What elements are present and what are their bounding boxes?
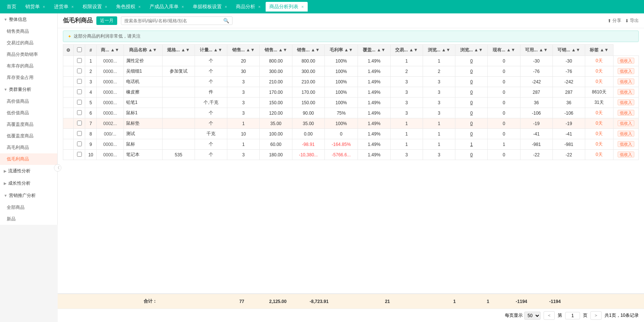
close-icon[interactable]: × (182, 4, 184, 9)
select-all-checkbox[interactable] (77, 47, 82, 52)
browse-link-cell[interactable]: 0 (455, 150, 488, 160)
nav-purchase[interactable]: 进货单 × (50, 2, 77, 12)
col-settings[interactable]: ⚙ (63, 45, 74, 56)
nav-role-auth[interactable]: 角色授权 × (112, 2, 144, 12)
gross-cell: 1.49% (358, 129, 390, 139)
sidebar-item-stock-capital[interactable]: 库存资金占用 (0, 72, 57, 83)
sidebar-group-label: 成长性分析 (8, 180, 31, 186)
settings-cell (63, 129, 74, 139)
nav-product-analysis-list[interactable]: 商品分析列表 × (266, 2, 307, 12)
browse-link-cell[interactable]: 0 (455, 77, 488, 87)
row-checkbox[interactable] (77, 110, 82, 115)
stock-cell: -76 (520, 66, 552, 77)
sidebar-item-low-gross[interactable]: 低毛利商品 (0, 153, 57, 165)
row-checkbox[interactable] (77, 68, 82, 73)
col-days[interactable]: 可销... ▲▼ (552, 45, 585, 56)
sidebar-item-in-stock[interactable]: 有库存的商品 (0, 60, 57, 72)
export-button[interactable]: ⬇ 导出 (625, 17, 639, 24)
sidebar-item-traded-products[interactable]: 交易过的商品 (0, 37, 57, 49)
sidebar-item-low-coverage[interactable]: 低覆盖度商品 (0, 130, 57, 142)
sidebar: ▼ 整体信息 销售类商品 交易过的商品 商品分类助销率 有库存的商品 库存资金占… (0, 13, 58, 225)
row-checkbox[interactable] (77, 152, 82, 157)
col-name[interactable]: 商品名称 ▲▼ (124, 45, 163, 56)
col-stock[interactable]: 现有... ▲▼ (488, 45, 520, 56)
sidebar-item-high-coverage[interactable]: 高覆盖度商品 (0, 119, 57, 130)
col-qty[interactable]: 销售... ▲▼ (227, 45, 260, 56)
next-page-button[interactable]: ＞ (590, 311, 602, 320)
sidebar-group-cluster[interactable]: ▼ 类群量分析 (0, 83, 57, 96)
row-checkbox[interactable] (77, 100, 82, 105)
col-code[interactable]: 商... ▲▼ (96, 45, 124, 56)
nav-sales-order[interactable]: 销货单 × (22, 2, 49, 12)
close-icon[interactable]: × (71, 4, 74, 9)
row-checkbox[interactable] (77, 121, 82, 125)
col-amount[interactable]: 销售... ▲▼ (292, 45, 324, 56)
sidebar-group-overall[interactable]: ▼ 整体信息 (0, 13, 57, 26)
days-cell: 0天 (585, 139, 613, 150)
browse-link-cell[interactable]: 0 (455, 66, 488, 77)
sidebar-item-low-value[interactable]: 低价值商品 (0, 107, 57, 119)
col-spec[interactable]: 规格... ▲▼ (162, 45, 195, 56)
code-cell: 0000... (96, 150, 124, 160)
sidebar-group-marketing[interactable]: ▼ 营销推广分析 (0, 189, 57, 202)
time-filter-button[interactable]: 近一月 (96, 16, 117, 25)
col-trade[interactable]: 交易... ▲▼ (390, 45, 423, 56)
col-price[interactable]: 销售... ▲▼ (260, 45, 292, 56)
browse-link-cell[interactable]: 0 (455, 56, 488, 66)
nav-permissions[interactable]: 权限设置 × (79, 2, 111, 12)
row-checkbox[interactable] (77, 89, 82, 94)
nav-home[interactable]: 首页 (3, 2, 20, 12)
table-wrapper: ⚙ # 商... ▲▼ 商品名称 ▲▼ 规格... ▲▼ 计量... ▲▼ 销售… (58, 44, 644, 293)
browse-link-cell[interactable]: 0 (455, 87, 488, 98)
share-button[interactable]: ⬆ 分享 (608, 17, 621, 24)
col-unit[interactable]: 计量... ▲▼ (195, 45, 227, 56)
browse-cell: 0 (488, 56, 520, 66)
sidebar-item-sales-products[interactable]: 销售类商品 (0, 26, 57, 37)
per-page-selector: 每页显示 50 (505, 312, 541, 320)
col-checkbox-all[interactable] (74, 45, 85, 56)
close-icon[interactable]: × (258, 4, 260, 9)
close-icon[interactable]: × (138, 4, 141, 9)
qty-cell: 30 (227, 66, 260, 77)
tag-badge: 低收入 (618, 131, 634, 137)
browse-link-cell[interactable]: 0 (455, 98, 488, 108)
browse-link-cell[interactable]: 0 (455, 108, 488, 118)
sidebar-group-growth[interactable]: ▶ 成长性分析 (0, 177, 57, 189)
col-browse[interactable]: 浏览... ▲▼ (455, 45, 488, 56)
col-tags[interactable]: 标签 ▲▼ (585, 45, 613, 56)
sidebar-item-all-products[interactable]: 全部商品 (0, 202, 57, 213)
tags-cell: 低收入 (613, 108, 638, 118)
row-checkbox[interactable] (77, 131, 82, 136)
browse-link-cell[interactable]: 0 (455, 129, 488, 139)
page-number-input[interactable] (565, 312, 580, 319)
sidebar-item-high-value[interactable]: 高价值商品 (0, 96, 57, 107)
close-icon[interactable]: × (43, 4, 45, 9)
col-avail[interactable]: 可用... ▲▼ (520, 45, 552, 56)
close-icon[interactable]: × (225, 4, 227, 9)
settings-cell (63, 118, 74, 129)
nav-product-entry[interactable]: 产成品入库单 × (146, 2, 188, 12)
sidebar-item-high-gross[interactable]: 高毛利商品 (0, 142, 57, 153)
col-coverage[interactable]: 覆盖... ▲▼ (358, 45, 390, 56)
col-browse-link[interactable]: 浏览... ▲▼ (423, 45, 455, 56)
nav-template-settings[interactable]: 单据模板设置 × (189, 2, 231, 12)
sidebar-collapse-button[interactable]: 《 (54, 164, 61, 172)
row-checkbox[interactable] (77, 141, 82, 146)
close-icon[interactable]: × (301, 4, 304, 9)
col-gross[interactable]: 毛利率 ▲▼ (324, 45, 358, 56)
row-checkbox[interactable] (77, 58, 82, 63)
no-cell: 9 (85, 139, 96, 150)
nav-product-analysis[interactable]: 商品分析 × (232, 2, 264, 12)
row-checkbox[interactable] (77, 79, 82, 84)
per-page-select[interactable]: 50 (524, 312, 541, 320)
close-icon[interactable]: × (105, 4, 107, 9)
search-input[interactable] (124, 18, 223, 23)
prev-page-button[interactable]: ＜ (544, 311, 555, 320)
trade-cell: 3 (423, 98, 455, 108)
sidebar-group-circulation[interactable]: ▶ 流通性分析 (0, 165, 57, 177)
browse-link-cell[interactable]: 0 (455, 118, 488, 129)
browse-link-cell[interactable]: 1 (455, 139, 488, 150)
browse-cell: 0 (488, 66, 520, 77)
sidebar-item-new-products[interactable]: 新品 (0, 213, 57, 225)
sidebar-item-category-sales[interactable]: 商品分类助销率 (0, 49, 57, 60)
